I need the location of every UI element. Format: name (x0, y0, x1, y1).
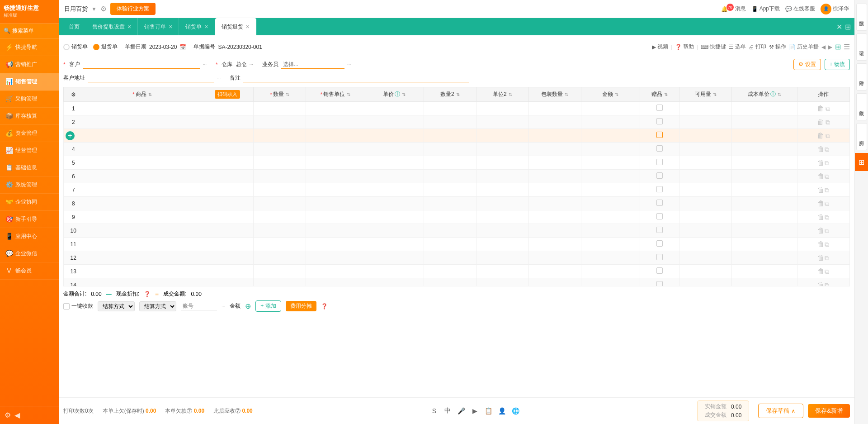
sidebar-item-inventory[interactable]: 📦 库存核算 (0, 108, 59, 125)
tool-icon-1[interactable]: S (429, 405, 439, 416)
tab-close-icon[interactable]: × (127, 23, 131, 30)
copy-row-icon[interactable]: ⧉ (825, 159, 829, 167)
topbar-gear-icon[interactable]: ⚙ (100, 5, 107, 13)
product-cell[interactable] (83, 102, 201, 115)
gift-checkbox[interactable] (656, 172, 663, 179)
copy-row-icon[interactable]: ⧉ (826, 105, 830, 112)
sidebar-item-operations[interactable]: 📈 经营管理 (0, 142, 59, 159)
print-action[interactable]: 🖨 打印 (749, 43, 766, 51)
save-new-button[interactable]: 保存&新增 (808, 404, 850, 418)
add-payment-icon[interactable]: ⊕ (245, 302, 251, 310)
search-menu[interactable]: 🔍 搜索菜单 (0, 24, 59, 39)
settings-button[interactable]: ⚙ 设置 (793, 59, 821, 70)
add-row-button[interactable]: + (66, 131, 75, 140)
video-action[interactable]: ▶ 视频 (652, 43, 668, 51)
gift-checkbox[interactable] (656, 186, 663, 192)
sidebar-item-wechat[interactable]: 💬 企业微信 (0, 245, 59, 262)
expand-icon[interactable]: ⊞ (845, 23, 851, 31)
tool-icon-3[interactable]: 🎤 (456, 405, 467, 416)
right-action-4[interactable]: 收藏 (856, 93, 867, 120)
delete-row-icon[interactable]: 🗑 (817, 105, 824, 112)
radio-return[interactable]: 退货单 (93, 43, 118, 51)
cost-sort-icon[interactable]: ⇅ (778, 92, 781, 97)
sidebar-item-finance[interactable]: 💰 资金管理 (0, 125, 59, 142)
delete-row-icon[interactable]: 🗑 (817, 227, 825, 234)
delete-row-icon[interactable]: 🗑 (817, 267, 825, 275)
right-action-5[interactable]: 房间 (856, 123, 867, 150)
tool-icon-2[interactable]: 中 (442, 405, 453, 416)
copy-row-icon[interactable]: ⧉ (825, 281, 829, 286)
amount-sort-icon[interactable]: ⇅ (615, 92, 618, 97)
col-gear[interactable]: ⚙ (64, 87, 83, 102)
tab-sales-order[interactable]: 销售订单 × (138, 18, 179, 35)
pack-sort-icon[interactable]: ⇅ (565, 92, 568, 97)
scan-button[interactable]: 扫码录入 (215, 90, 240, 99)
view-grid-icon[interactable]: ⊞ (835, 43, 841, 51)
tool-icon-7[interactable]: 🌐 (510, 405, 521, 416)
calendar-icon[interactable]: 📅 (179, 44, 186, 50)
unit2-sort-icon[interactable]: ⇅ (509, 92, 512, 97)
right-action-1[interactable]: 数据 (856, 4, 867, 31)
history-action[interactable]: 📄 历史单据 (789, 43, 819, 51)
tab-sales-delivery[interactable]: 销货单 × (179, 18, 215, 35)
salesperson-dots-icon[interactable]: ··· (347, 62, 351, 67)
product-search-input[interactable] (85, 133, 199, 139)
gift-checkbox[interactable] (656, 254, 663, 260)
sidebar-item-collab[interactable]: 🤝 企业协同 (0, 194, 59, 211)
notification-bell[interactable]: 🔔 70 消息 (721, 5, 746, 13)
shortcut-action[interactable]: ⌨ 快捷键 (701, 43, 726, 51)
tab-price-setting[interactable]: 售价提取设置 × (86, 18, 138, 35)
gift-checkbox[interactable] (656, 145, 663, 152)
sidebar-item-system[interactable]: ⚙️ 系统管理 (0, 176, 59, 194)
copy-row-icon[interactable]: ⧉ (825, 254, 829, 262)
gift-checkbox[interactable] (656, 240, 663, 247)
copy-row-icon[interactable]: ⧉ (825, 227, 829, 234)
calc-method-select[interactable]: 结算方式 (139, 301, 176, 311)
address-input[interactable] (88, 74, 214, 82)
product-sort-icon[interactable]: ⇅ (148, 92, 152, 97)
select-action[interactable]: ☰ 选单 (729, 43, 746, 51)
expense-button[interactable]: 费用分摊 (286, 301, 316, 311)
gift-sort-icon[interactable]: ⇅ (664, 92, 668, 97)
user-profile[interactable]: 👤 徐泽华 (821, 4, 849, 14)
gift-checkbox[interactable] (656, 159, 663, 165)
gift-checkbox[interactable] (656, 281, 663, 286)
dropdown-arrow-icon[interactable]: ▼ (91, 6, 97, 12)
try-solution-button[interactable]: 体验行业方案 (110, 3, 156, 15)
delete-row-icon[interactable]: 🗑 (817, 145, 825, 153)
gift-checkbox[interactable] (656, 118, 663, 124)
radio-delivery[interactable]: 销货单 (63, 43, 88, 51)
qty-sort-icon[interactable]: ⇅ (286, 92, 289, 97)
delete-row-icon[interactable]: 🗑 (817, 118, 824, 126)
gift-checkbox[interactable] (656, 200, 663, 206)
expense-help-icon[interactable]: ❓ (321, 303, 328, 310)
gift-checkbox[interactable] (656, 267, 663, 274)
copy-row-icon[interactable]: ⧉ (825, 186, 829, 194)
payment-method-select[interactable]: 结算方式 (98, 301, 135, 311)
copy-row-icon[interactable]: ⧉ (825, 146, 829, 153)
tab-home[interactable]: 首页 (62, 18, 86, 35)
discount-help-icon[interactable]: ❓ (144, 291, 151, 297)
delete-row-icon[interactable]: 🗑 (817, 200, 825, 207)
salesperson-input[interactable] (281, 60, 344, 69)
online-service[interactable]: 💬 在线客服 (785, 5, 815, 13)
add-button[interactable]: + 添加 (255, 300, 281, 312)
delete-row-icon[interactable]: 🗑 (817, 132, 824, 139)
gift-checkbox[interactable] (656, 132, 663, 138)
right-action-3[interactable]: 附件 (856, 63, 867, 91)
delete-row-icon[interactable]: 🗑 (817, 186, 825, 194)
gift-checkbox[interactable] (656, 213, 663, 219)
one-click-payment-checkbox[interactable] (63, 303, 70, 310)
copy-row-icon[interactable]: ⧉ (825, 241, 829, 248)
view-list-icon[interactable]: ☰ (844, 43, 850, 51)
customer-input[interactable] (83, 60, 200, 69)
sidebar-item-sales[interactable]: 📊 销售管理 (0, 73, 59, 91)
sidebar-item-apps[interactable]: 📱 应用中心 (0, 228, 59, 245)
tab-close-icon[interactable]: × (169, 23, 172, 30)
price-sort-icon[interactable]: ⇅ (402, 92, 406, 97)
copy-row-icon[interactable]: ⧉ (825, 173, 829, 180)
right-action-orange[interactable]: ⊞ (855, 153, 868, 171)
tool-icon-6[interactable]: 👤 (496, 405, 507, 416)
sidebar-item-purchase[interactable]: 🛒 采购管理 (0, 91, 59, 108)
collapse-icon[interactable]: ◀ (14, 411, 20, 419)
